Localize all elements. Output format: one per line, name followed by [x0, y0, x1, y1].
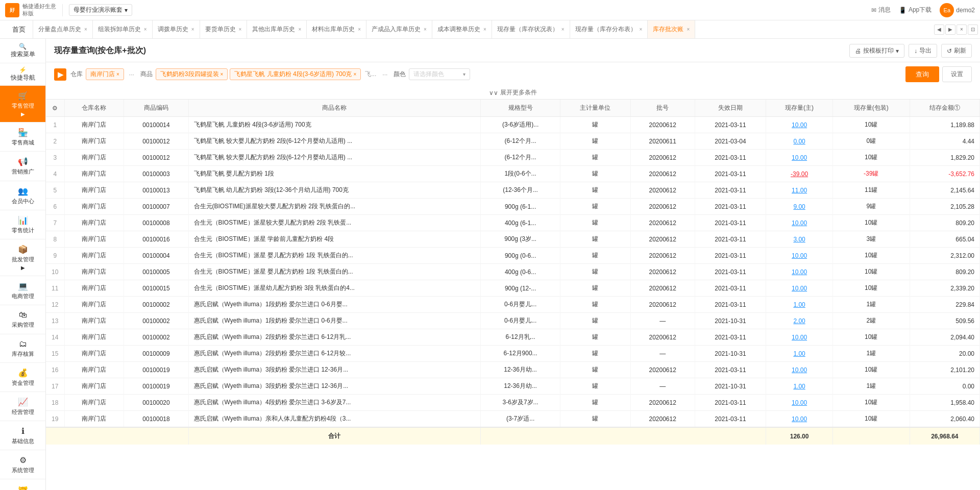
tab-分量盘点单历史[interactable]: 分量盘点单历史 ×: [33, 20, 93, 39]
cell-qty-main[interactable]: 10.00: [766, 362, 833, 378]
table-footer: 合计 126.00 26,968.64: [46, 427, 980, 445]
sidebar-quick-nav[interactable]: ⚡ 快捷导航: [0, 63, 45, 86]
cell-code: 00100013: [124, 182, 188, 199]
sidebar-item-retail-management[interactable]: 🛒 零售管理 ▶: [0, 86, 45, 122]
warehouse-filter-group: 仓库 南岸门店 × ···: [70, 68, 136, 80]
sidebar-item-purchase[interactable]: 🛍 采购管理: [0, 305, 45, 334]
sidebar-item-finance[interactable]: 💰 资金管理: [0, 363, 45, 392]
industry-selector[interactable]: 母婴行业演示账套 ▾: [69, 4, 132, 16]
sidebar-item-wholesale[interactable]: 📦 批发管理 ▶: [0, 239, 45, 276]
sidebar-item-retail-stats[interactable]: 📊 零售统计: [0, 210, 45, 239]
export-button[interactable]: ↓ 导出: [909, 44, 937, 58]
setting-button[interactable]: 设置: [942, 66, 972, 82]
system-icon: ⚙: [19, 455, 27, 465]
tab-要货单历史[interactable]: 要货单历史 ×: [200, 20, 248, 39]
cell-qty-main[interactable]: 1.00: [766, 297, 833, 313]
cell-qty-main[interactable]: 10.00: [766, 264, 833, 280]
warehouse-more[interactable]: ···: [127, 70, 136, 79]
sidebar-item-basic-info[interactable]: ℹ 基础信息: [0, 421, 45, 450]
message-label: 消息: [878, 6, 891, 14]
app-download-action[interactable]: 📱 App下载: [899, 6, 932, 14]
tab-expand-button[interactable]: ⊡: [968, 24, 978, 35]
cell-code: 00100019: [124, 362, 188, 378]
sidebar-search[interactable]: 🔍 搜索菜单: [0, 39, 45, 63]
sidebar-item-inventory[interactable]: 🗂 库存核算: [0, 334, 45, 363]
message-action[interactable]: ✉ 消息: [871, 6, 891, 14]
cell-qty-pkg: 10罐: [832, 395, 910, 411]
cell-qty-main[interactable]: 10.00: [766, 117, 833, 133]
refresh-button[interactable]: ↺ 刷新: [941, 44, 972, 58]
col-settings[interactable]: ⚙: [46, 100, 64, 117]
cell-qty-main[interactable]: 0.00: [766, 133, 833, 150]
warehouse-tag-南岸门店[interactable]: 南岸门店 ×: [86, 68, 124, 80]
tab-现存量库存分布表[interactable]: 现存量（库存分布表） ×: [570, 20, 648, 39]
product-tag-1[interactable]: 飞鹤奶粉3段四罐提装 ×: [156, 68, 228, 80]
cell-qty-main[interactable]: 10.00: [766, 280, 833, 297]
tab-prev-arrow[interactable]: ◀: [934, 24, 944, 35]
filter-expand-button[interactable]: ▶: [54, 68, 66, 81]
query-action-group: 查询 设置: [905, 66, 972, 82]
cell-qty-main[interactable]: 10.00: [766, 248, 833, 264]
tab-close-all-button[interactable]: ×: [957, 24, 967, 35]
cell-amount: 809.20: [910, 215, 979, 231]
tab-成本调整单历史[interactable]: 成本调整单历史 ×: [432, 20, 492, 39]
tab-材料出库单历史[interactable]: 材料出库单历史 ×: [307, 20, 366, 39]
product-ellipsis[interactable]: ···: [380, 70, 389, 79]
sidebar-item-marketing[interactable]: 📢 营销推广: [0, 152, 45, 181]
sidebar-item-ecommerce[interactable]: 💻 电商管理: [0, 276, 45, 305]
tab-close-icon[interactable]: ×: [640, 27, 643, 32]
tab-组装拆卸单历史[interactable]: 组装拆卸单历史 ×: [93, 20, 153, 39]
tab-现存量库存状况表[interactable]: 现存量（库存状况表） ×: [492, 20, 570, 39]
tab-home[interactable]: 首页: [5, 20, 33, 39]
user-area[interactable]: Ea demo2: [940, 3, 975, 17]
cell-qty-main[interactable]: 2.00: [766, 313, 833, 329]
chevron-down-icon: ▾: [463, 71, 465, 77]
cell-qty-main[interactable]: 1.00: [766, 378, 833, 395]
sidebar-item-enterprise[interactable]: 🤝 企业协同: [0, 479, 45, 490]
tab-close-icon[interactable]: ×: [561, 27, 565, 32]
cell-qty-main[interactable]: 10.00: [766, 395, 833, 411]
product-tag-2[interactable]: 飞鹤星飞帆 儿童奶粉 4段(3-6岁适用) 700克 ×: [230, 68, 361, 80]
sidebar-item-system[interactable]: ⚙ 系统管理: [0, 450, 45, 479]
cell-qty-main[interactable]: 1.00: [766, 346, 833, 362]
tab-close-icon[interactable]: ×: [144, 27, 147, 32]
color-select[interactable]: 请选择颜色 ▾: [409, 68, 470, 80]
sidebar-item-retail-mall[interactable]: 🏪 零售商城: [0, 122, 45, 152]
cell-warehouse: 南岸门店: [64, 362, 124, 378]
tag-close-icon[interactable]: ×: [353, 71, 356, 77]
tab-close-icon[interactable]: ×: [483, 27, 486, 32]
cell-qty-main[interactable]: 3.00: [766, 231, 833, 248]
cell-qty-main[interactable]: 10.00: [766, 411, 833, 428]
tab-next-arrow[interactable]: ▶: [945, 24, 955, 35]
tab-close-icon[interactable]: ×: [687, 27, 690, 32]
cell-qty-main[interactable]: 9.00: [766, 199, 833, 215]
tag-close-icon[interactable]: ×: [220, 71, 224, 77]
tab-调拨单历史[interactable]: 调拨单历史 ×: [153, 20, 200, 39]
tab-close-icon[interactable]: ×: [239, 27, 242, 32]
expand-more-bar[interactable]: ∨∨ 展开更多条件: [46, 86, 980, 100]
tab-close-icon[interactable]: ×: [358, 27, 361, 32]
tab-产成品入库单历史[interactable]: 产成品入库单历史 ×: [366, 20, 432, 39]
sidebar-item-operations[interactable]: 📈 经营管理: [0, 392, 45, 421]
query-button[interactable]: 查询: [905, 66, 939, 82]
tab-close-icon[interactable]: ×: [424, 27, 427, 32]
cell-warehouse: 南岸门店: [64, 199, 124, 215]
sidebar-item-membership[interactable]: 👥 会员中心: [0, 181, 45, 210]
tag-close-icon[interactable]: ×: [116, 71, 119, 77]
print-button[interactable]: 🖨 按模板打印 ▾: [849, 44, 904, 58]
tab-close-icon[interactable]: ×: [191, 27, 194, 32]
cell-qty-main[interactable]: 10.00: [766, 215, 833, 231]
cell-qty-main[interactable]: 10.00: [766, 329, 833, 346]
tab-其他出库单历史[interactable]: 其他出库单历史 ×: [247, 20, 307, 39]
table-row: 15南岸门店00100009惠氏启赋（Wyeth illuma）2段奶粉 爱尔兰…: [46, 346, 980, 362]
page-header: 现存量查询(按仓库+批次) 🖨 按模板打印 ▾ ↓ 导出 ↺ 刷新: [46, 39, 980, 62]
tab-库存批次账[interactable]: 库存批次账 ×: [648, 20, 695, 39]
cell-amount: 1,829.20: [910, 150, 979, 166]
tab-close-icon[interactable]: ×: [84, 27, 87, 32]
cell-qty-main[interactable]: 11.00: [766, 182, 833, 199]
product-more[interactable]: 飞...: [363, 69, 378, 80]
cell-amount: 509.56: [910, 313, 979, 329]
cell-qty-main[interactable]: -39.00: [766, 166, 833, 182]
tab-close-icon[interactable]: ×: [298, 27, 301, 32]
cell-qty-main[interactable]: 10.00: [766, 150, 833, 166]
